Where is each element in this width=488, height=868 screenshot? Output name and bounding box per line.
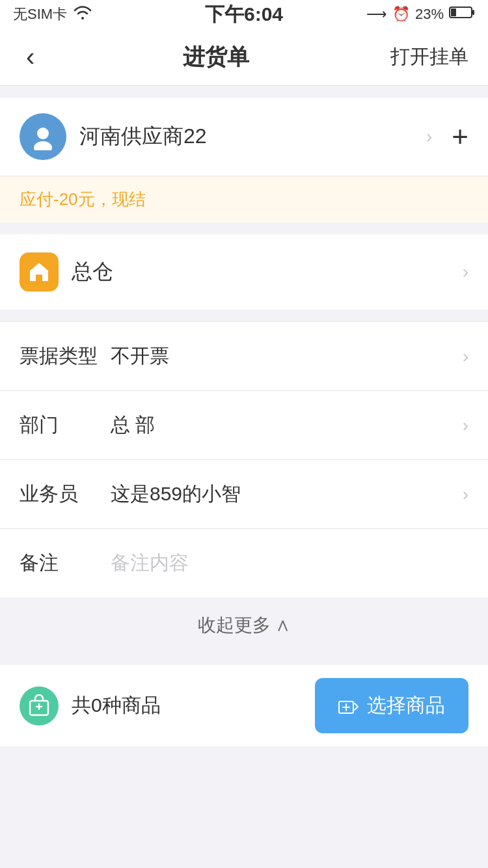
warehouse-icon — [20, 252, 59, 292]
select-product-button[interactable]: 选择商品 — [315, 678, 468, 733]
department-chevron-icon: › — [463, 415, 468, 436]
salesman-chevron-icon: › — [463, 484, 468, 505]
svg-rect-2 — [451, 8, 456, 16]
page-title: 进货单 — [183, 42, 249, 72]
supplier-avatar — [20, 113, 66, 160]
salesman-row[interactable]: 业务员 这是859的小智 › — [0, 459, 488, 528]
open-hang-button[interactable]: 打开挂单 — [390, 44, 468, 70]
warehouse-card: 总仓 › — [0, 234, 488, 310]
supplier-chevron-icon: › — [426, 126, 432, 147]
invoice-label: 票据类型 — [20, 343, 111, 370]
svg-rect-1 — [472, 10, 474, 15]
salesman-value: 这是859的小智 — [111, 481, 463, 508]
status-time: 下午6:04 — [205, 1, 283, 28]
remark-label: 备注 — [20, 550, 111, 576]
svg-point-3 — [37, 128, 49, 139]
carrier-label: 无SIM卡 — [13, 5, 67, 24]
notice-bar: 应付-20元，现结 — [0, 176, 488, 223]
location-icon: ⟶ — [366, 6, 387, 23]
remark-input[interactable]: 备注内容 — [111, 550, 468, 576]
add-supplier-button[interactable]: + — [452, 122, 468, 151]
notice-text: 应付-20元，现结 — [20, 189, 146, 209]
warehouse-name: 总仓 — [72, 258, 463, 286]
wifi-icon — [74, 5, 92, 23]
battery-label: 23% — [415, 6, 444, 23]
bottom-bar: 共0种商品 选择商品 — [0, 665, 488, 746]
status-left: 无SIM卡 — [13, 5, 92, 24]
status-bar: 无SIM卡 下午6:04 ⟶ ⏰ 23% — [0, 0, 488, 29]
alarm-icon: ⏰ — [392, 6, 410, 23]
gap-1 — [0, 86, 488, 98]
invoice-value: 不开票 — [111, 343, 463, 370]
warehouse-row[interactable]: 总仓 › — [0, 234, 488, 310]
svg-rect-5 — [36, 275, 42, 281]
supplier-row[interactable]: 河南供应商22 › + — [0, 98, 488, 176]
department-label: 部门 — [20, 412, 111, 439]
form-card: 票据类型 不开票 › 部门 总 部 › 业务员 这是859的小智 › 备注 备注… — [0, 321, 488, 597]
gap-3 — [0, 310, 488, 321]
svg-point-4 — [34, 141, 52, 150]
remark-row[interactable]: 备注 备注内容 — [0, 528, 488, 597]
product-icon — [20, 686, 59, 726]
gap-4 — [0, 653, 488, 665]
supplier-name: 河南供应商22 — [79, 122, 426, 151]
gap-2 — [0, 223, 488, 234]
collapse-button[interactable]: 收起更多 ∧ — [0, 597, 488, 653]
select-product-icon — [338, 695, 359, 717]
supplier-card: 河南供应商22 › + 应付-20元，现结 — [0, 98, 488, 223]
select-product-label: 选择商品 — [367, 692, 445, 719]
salesman-label: 业务员 — [20, 481, 111, 508]
product-count: 共0种商品 — [72, 692, 302, 719]
status-right: ⟶ ⏰ 23% — [366, 6, 475, 23]
content-area — [0, 746, 488, 868]
back-button[interactable]: ‹ — [20, 36, 41, 78]
invoice-row[interactable]: 票据类型 不开票 › — [0, 321, 488, 390]
collapse-label: 收起更多 ∧ — [198, 613, 291, 638]
nav-bar: ‹ 进货单 打开挂单 — [0, 29, 488, 86]
battery-icon — [449, 6, 475, 23]
department-row[interactable]: 部门 总 部 › — [0, 390, 488, 459]
warehouse-chevron-icon: › — [463, 262, 468, 282]
department-value: 总 部 — [111, 412, 463, 439]
invoice-chevron-icon: › — [463, 346, 468, 367]
